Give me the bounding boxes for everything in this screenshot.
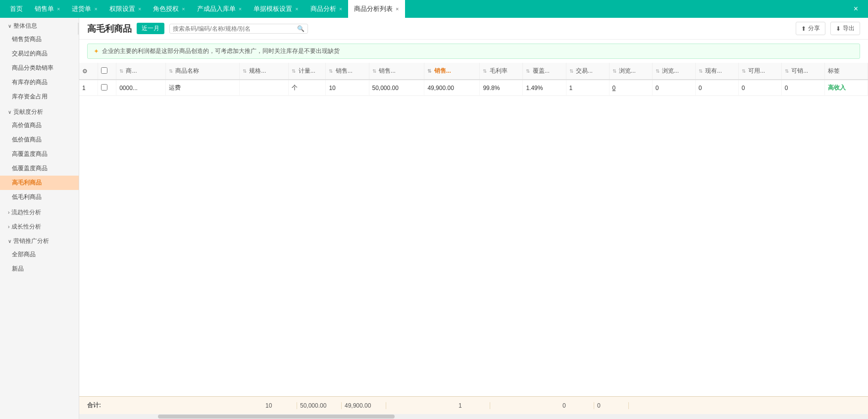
row-available: 0 — [738, 80, 781, 96]
sidebar-item-sales-goods[interactable]: 销售货商品 — [0, 32, 79, 47]
data-table: ⚙ ⇅ 商... ⇅ 商品名称 — [79, 63, 868, 96]
col-gross-rate[interactable]: ⇅ 毛利率 — [480, 63, 523, 80]
footer-cell-8: 1 — [456, 402, 490, 409]
footer-cells: 10 50,000.00 49,900.00 1 0 0 — [109, 402, 860, 409]
window-close-button[interactable]: × — [848, 4, 864, 13]
col-name[interactable]: ⇅ 商品名称 — [165, 63, 239, 80]
col-checkbox[interactable] — [98, 63, 116, 80]
content-header: 高毛利商品 近一月 🔍 ⬆ 分享 ⬇ 导出 — [79, 18, 868, 40]
sidebar-item-high-value[interactable]: 高价值商品 — [0, 118, 79, 133]
nav-permissions-close[interactable]: × — [138, 6, 141, 12]
table-container[interactable]: ⚙ ⇅ 商... ⇅ 商品名称 — [79, 63, 868, 396]
footer-cell-12: 0 — [594, 402, 629, 409]
export-button[interactable]: ⬇ 导出 — [830, 22, 860, 35]
sidebar-item-category-sales-rate[interactable]: 商品分类助销率 — [0, 61, 79, 75]
page-title: 高毛利商品 — [87, 23, 132, 35]
sidebar-item-all-goods[interactable]: 全部商品 — [0, 247, 79, 262]
nav-template-settings[interactable]: 单据模板设置 × — [248, 0, 304, 18]
sidebar-group-contribution[interactable]: ∨ 贡献度分析 — [0, 104, 79, 118]
sidebar-item-low-margin[interactable]: 低毛利商品 — [0, 190, 79, 204]
sidebar-group-growth-arrow: › — [8, 224, 9, 230]
table-header-row: ⚙ ⇅ 商... ⇅ 商品名称 — [79, 63, 868, 80]
nav-product-analysis-list-close[interactable]: × — [396, 6, 399, 12]
row-tag: 高收入 — [824, 80, 868, 96]
col-coverage[interactable]: ⇅ 覆盖... — [523, 63, 566, 80]
sidebar-group-growth[interactable]: › 成长性分析 — [0, 219, 79, 233]
row-checkbox[interactable] — [98, 80, 116, 96]
content-area: 高毛利商品 近一月 🔍 ⬆ 分享 ⬇ 导出 ✦ 企业的主要的利润都是这部分商品创… — [79, 18, 868, 419]
tip-text: 企业的主要的利润都是这部分商品创造的，可考虑加大推广，同时关注库存是不要出现缺货 — [102, 47, 340, 55]
date-filter-button[interactable]: 近一月 — [137, 23, 164, 34]
row-index: 1 — [79, 80, 98, 96]
col-available[interactable]: ⇅ 可用... — [738, 63, 781, 80]
sidebar-item-traded-goods[interactable]: 交易过的商品 — [0, 47, 79, 61]
sidebar-item-inventory-capital[interactable]: 库存资金占用 — [0, 90, 79, 104]
row-transactions: 1 — [566, 80, 609, 96]
col-unit[interactable]: ⇅ 计量... — [289, 63, 326, 80]
horizontal-scrollbar[interactable] — [79, 414, 868, 419]
sidebar-item-high-margin[interactable]: 高毛利商品 — [0, 176, 79, 190]
sidebar-group-trend-arrow: › — [8, 210, 9, 215]
tip-bar: ✦ 企业的主要的利润都是这部分商品创造的，可考虑加大推广，同时关注库存是不要出现… — [87, 44, 860, 59]
tip-icon: ✦ — [94, 47, 99, 55]
nav-product-analysis-close[interactable]: × — [339, 6, 342, 12]
scrollbar-thumb[interactable] — [158, 415, 395, 419]
col-transactions[interactable]: ⇅ 交易... — [566, 63, 609, 80]
nav-sales[interactable]: 销售单 × — [29, 0, 66, 18]
search-icon[interactable]: 🔍 — [297, 25, 305, 32]
col-code[interactable]: ⇅ 商... — [116, 63, 166, 80]
row-current: 0 — [695, 80, 738, 96]
sidebar-group-marketing[interactable]: ∨ 营销推广分析 — [0, 233, 79, 247]
nav-purchase[interactable]: 进货单 × — [66, 0, 103, 18]
sidebar-group-trend[interactable]: › 流趋性分析 — [0, 204, 79, 219]
share-button[interactable]: ⬆ 分享 — [796, 22, 825, 35]
footer-label: 合计: — [87, 401, 101, 410]
select-all-checkbox[interactable] — [101, 67, 107, 74]
footer-cell-3: 10 — [262, 402, 297, 409]
col-sellable[interactable]: ⇅ 可销... — [781, 63, 824, 80]
col-sales1[interactable]: ⇅ 销售... — [326, 63, 369, 80]
col-sales3[interactable]: ⇅ 销售... — [424, 63, 480, 80]
row-sales2: 50,000.00 — [369, 80, 424, 96]
row-sellable: 0 — [781, 80, 824, 96]
row-coverage: 1.49% — [523, 80, 566, 96]
nav-home[interactable]: 首页 — [4, 0, 29, 18]
row-name: 运费 — [165, 80, 239, 96]
search-box: 🔍 — [169, 24, 308, 34]
nav-finished-goods-close[interactable]: × — [239, 6, 242, 12]
sidebar-item-new-goods[interactable]: 新品 — [0, 262, 79, 276]
sidebar-group-overall[interactable]: ∨ 整体信息 — [0, 18, 79, 32]
col-tag[interactable]: 标签 — [824, 63, 868, 80]
nav-permissions[interactable]: 权限设置 × — [103, 0, 147, 18]
sidebar-item-in-stock-goods[interactable]: 有库存的商品 — [0, 75, 79, 90]
nav-product-analysis[interactable]: 商品分析 × — [305, 0, 348, 18]
nav-purchase-close[interactable]: × — [94, 6, 97, 12]
nav-template-settings-close[interactable]: × — [295, 6, 298, 12]
nav-sales-close[interactable]: × — [57, 6, 60, 12]
sidebar-item-high-coverage[interactable]: 高覆盖度商品 — [0, 147, 79, 161]
sidebar-group-marketing-arrow: ∨ — [8, 238, 11, 244]
sidebar-item-low-value[interactable]: 低价值商品 — [0, 133, 79, 147]
row-gross-rate: 99.8% — [480, 80, 523, 96]
nav-product-analysis-list[interactable]: 商品分析列表 × — [348, 0, 405, 18]
nav-finished-goods[interactable]: 产成品入库单 × — [191, 0, 248, 18]
search-input[interactable] — [173, 25, 295, 32]
col-sales2[interactable]: ⇅ 销售... — [369, 63, 424, 80]
row-select-checkbox[interactable] — [101, 84, 107, 91]
col-settings[interactable]: ⚙ — [79, 63, 98, 80]
row-browse1[interactable]: 0 — [609, 80, 652, 96]
footer-cell-5: 49,900.00 — [342, 402, 386, 409]
row-browse2: 0 — [652, 80, 695, 96]
footer-cell-11: 0 — [560, 402, 594, 409]
nav-roles-close[interactable]: × — [182, 6, 185, 12]
row-code[interactable]: 0000... — [116, 80, 166, 96]
col-current[interactable]: ⇅ 现有... — [695, 63, 738, 80]
sidebar: « ∨ 整体信息 销售货商品 交易过的商品 商品分类助销率 有库存的商品 库存资… — [0, 18, 79, 419]
sidebar-item-low-coverage[interactable]: 低覆盖度商品 — [0, 161, 79, 176]
col-browse1[interactable]: ⇅ 浏览... — [609, 63, 652, 80]
nav-roles[interactable]: 角色授权 × — [147, 0, 191, 18]
row-sales1: 10 — [326, 80, 369, 96]
sidebar-collapse-button[interactable]: « — [78, 23, 79, 35]
col-spec[interactable]: ⇅ 规格... — [239, 63, 289, 80]
col-browse2[interactable]: ⇅ 浏览... — [652, 63, 695, 80]
